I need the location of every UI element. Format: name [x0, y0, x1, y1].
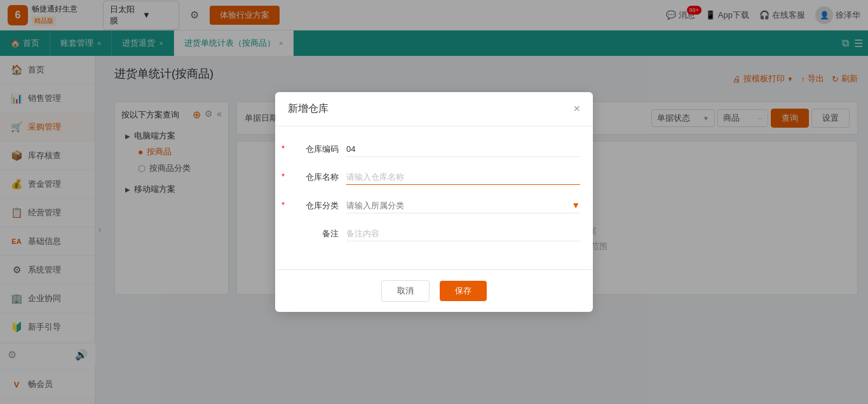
category-select[interactable]: ▼ [346, 198, 580, 213]
modal-footer: 取消 保存 [275, 269, 593, 312]
form-row-category: 仓库分类 ▼ [288, 198, 580, 213]
category-chevron-icon: ▼ [571, 200, 580, 210]
modal-overlay[interactable]: 新增仓库 × 仓库编码 仓库名称 仓库分类 ▼ [0, 0, 868, 404]
modal-body: 仓库编码 仓库名称 仓库分类 ▼ 备注 [275, 126, 593, 269]
cancel-button[interactable]: 取消 [381, 280, 430, 302]
modal-close-button[interactable]: × [573, 102, 580, 116]
category-input[interactable] [346, 201, 571, 210]
name-label: 仓库名称 [288, 172, 339, 183]
add-warehouse-modal: 新增仓库 × 仓库编码 仓库名称 仓库分类 ▼ [275, 92, 593, 312]
category-label: 仓库分类 [288, 200, 339, 212]
modal-header: 新增仓库 × [275, 92, 593, 126]
form-row-code: 仓库编码 [288, 142, 580, 157]
name-input[interactable] [346, 170, 580, 185]
code-label: 仓库编码 [288, 144, 339, 155]
form-row-note: 备注 [288, 226, 580, 241]
note-input[interactable] [346, 226, 580, 241]
note-label: 备注 [288, 228, 339, 239]
save-button[interactable]: 保存 [440, 281, 487, 301]
modal-title: 新增仓库 [288, 102, 329, 116]
form-row-name: 仓库名称 [288, 170, 580, 185]
code-input[interactable] [346, 142, 580, 157]
